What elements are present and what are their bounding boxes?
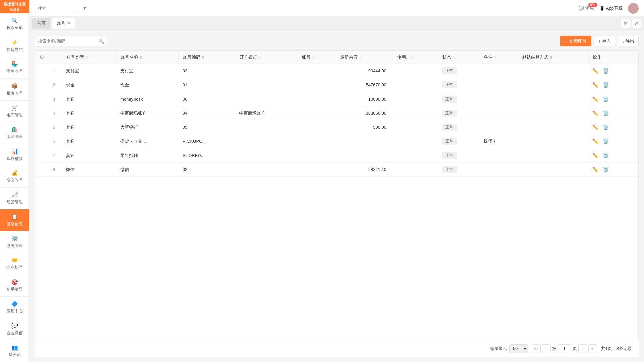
sidebar-item-retail[interactable]: 🏪 零售管理 xyxy=(0,57,29,79)
cell-account-no xyxy=(298,120,336,134)
page-nav: ⏮ ‹ 第 页 › ⏭ xyxy=(532,344,597,353)
avatar[interactable] xyxy=(628,3,639,14)
sort-icon: ⇅ xyxy=(452,56,455,59)
cell-name: 微信 xyxy=(116,163,179,177)
cell-code: 02 xyxy=(179,163,235,177)
search-icon[interactable]: 🔍 xyxy=(98,38,104,44)
sidebar-item-app-center[interactable]: 🔷 应用中心 xyxy=(0,297,29,318)
cell-settings xyxy=(35,78,49,92)
sort-icon: ⇅ xyxy=(411,56,414,59)
cell-status: 正常 xyxy=(438,163,480,177)
sidebar-item-wholesale[interactable]: 📦 批发管理 xyxy=(0,79,29,101)
cell-code: 05 xyxy=(179,120,235,134)
per-page-select[interactable]: 50 100 200 xyxy=(509,344,528,353)
sidebar-item-basic-info[interactable]: 📋 基础信息 xyxy=(0,209,29,231)
sort-icon: ⇅ xyxy=(550,56,552,59)
edit-icon[interactable]: ✏️ xyxy=(592,82,599,88)
sidebar-item-wechat[interactable]: 💬 企业微信 xyxy=(0,318,29,340)
edit-icon[interactable]: ✏️ xyxy=(592,124,599,130)
page-input[interactable] xyxy=(558,344,571,353)
col-remark[interactable]: 备注⇅ xyxy=(480,51,518,64)
sidebar-item-label: 采购管理 xyxy=(3,134,26,140)
tab-close-icon[interactable]: ✕ xyxy=(67,21,70,25)
edit-icon[interactable]: ✏️ xyxy=(592,153,599,158)
sidebar-item-purchase[interactable]: 🛍️ 采购管理 xyxy=(0,122,29,144)
cell-remark xyxy=(480,106,518,120)
edit-icon[interactable]: ✏️ xyxy=(592,68,599,74)
sidebar-item-member[interactable]: 👥 畅会员 xyxy=(0,340,29,362)
tabbar-actions: ✕ ⤢ xyxy=(621,19,641,28)
tabbar: 首页 账号 ✕ ✕ ⤢ xyxy=(30,17,644,30)
col-balance[interactable]: 最新余额⇅ xyxy=(336,51,393,64)
edit-icon[interactable]: ✏️ xyxy=(592,167,599,172)
import-button[interactable]: ↑ 导入 xyxy=(594,36,615,46)
cell-account-no xyxy=(298,64,336,78)
cell-bank xyxy=(235,163,298,177)
cell-bank: 中百商场账户 xyxy=(235,106,298,120)
sidebar-item-finance[interactable]: 💰 资金管理 xyxy=(0,166,29,188)
settings-icon[interactable]: ⚙ xyxy=(39,54,44,60)
tab-home[interactable]: 首页 xyxy=(32,18,50,29)
sidebar-item-label: 应用中心 xyxy=(3,308,26,314)
delete-icon[interactable]: 🗑️ xyxy=(603,138,609,144)
sidebar-item-guide[interactable]: 🎯 新手引导 xyxy=(0,275,29,297)
sidebar-item-label: 企业协同 xyxy=(3,265,26,270)
col-account-no[interactable]: 账号⇅ xyxy=(298,51,336,64)
edit-icon[interactable]: ✏️ xyxy=(592,138,599,144)
member-icon: 👥 xyxy=(3,344,26,351)
sidebar-item-search-menu[interactable]: 🔍 搜索菜单 xyxy=(0,13,29,35)
delete-icon[interactable]: 🗑️ xyxy=(603,68,609,74)
delete-icon[interactable]: 🗑️ xyxy=(603,96,609,102)
topbar-right: 💬 消息 99+ 📱 App下载 xyxy=(579,3,639,14)
pagination: 每页显示 50 100 200 ⏮ ‹ 第 页 › ⏭ 共1页，8条记录 xyxy=(35,340,639,357)
cell-settings xyxy=(35,92,49,106)
export-button[interactable]: ↓ 导出 xyxy=(618,36,639,46)
cell-remark xyxy=(480,78,518,92)
tab-account[interactable]: 账号 ✕ xyxy=(52,18,75,29)
edit-icon[interactable]: ✏️ xyxy=(592,110,599,116)
page-prev-button[interactable]: ‹ xyxy=(542,344,551,353)
app-download-button[interactable]: 📱 App下载 xyxy=(599,5,623,11)
message-button[interactable]: 💬 消息 99+ xyxy=(579,5,594,11)
topbar-dropdown[interactable]: ▼ xyxy=(83,6,87,11)
col-default-settle[interactable]: 默认结算方式⇅ xyxy=(518,51,588,64)
col-code[interactable]: 账号编码⇅ xyxy=(179,51,235,64)
delete-icon[interactable]: 🗑️ xyxy=(603,82,609,88)
sidebar-item-label: 批发管理 xyxy=(3,90,26,96)
delete-icon[interactable]: 🗑️ xyxy=(603,167,609,172)
delete-icon[interactable]: 🗑️ xyxy=(603,153,609,158)
sidebar-item-ecommerce[interactable]: 🛒 电商管理 xyxy=(0,101,29,122)
page-first-button[interactable]: ⏮ xyxy=(532,344,541,353)
edit-icon[interactable]: ✏️ xyxy=(592,96,599,102)
delete-icon[interactable]: 🗑️ xyxy=(603,110,609,116)
logo-sub: 乐滋版 xyxy=(10,7,20,12)
sidebar-item-operation[interactable]: 📈 经营管理 xyxy=(0,188,29,209)
col-type[interactable]: 账号类型⇅ xyxy=(62,51,116,64)
main-area: ▼ 💬 消息 99+ 📱 App下载 首页 账号 ✕ ✕ ⤢ xyxy=(30,0,644,362)
col-bank[interactable]: 开户银行⇅ xyxy=(235,51,298,64)
page-next-button[interactable]: › xyxy=(578,344,587,353)
cell-name: 零售抵现 xyxy=(116,148,179,163)
delete-icon[interactable]: 🗑️ xyxy=(603,124,609,130)
tab-maximize-button[interactable]: ⤢ xyxy=(632,19,641,28)
sidebar-item-enterprise[interactable]: 🤝 企业协同 xyxy=(0,253,29,275)
import-label: 导入 xyxy=(602,38,611,44)
tab-close-all-button[interactable]: ✕ xyxy=(621,19,630,28)
col-name[interactable]: 账号名称⇅ xyxy=(116,51,179,64)
search-input[interactable] xyxy=(38,39,98,44)
page-size-select: 每页显示 50 100 200 xyxy=(490,344,528,353)
col-usage[interactable]: 使用...⇅ xyxy=(393,51,438,64)
add-account-button[interactable]: + 新增账号 xyxy=(560,36,591,46)
add-icon: + xyxy=(565,39,568,44)
page-last-button[interactable]: ⏭ xyxy=(588,344,597,353)
sidebar-item-quick-nav[interactable]: ⚡ 快捷导航 xyxy=(0,35,29,57)
sidebar-item-system[interactable]: ⚙️ 系统管理 xyxy=(0,231,29,253)
sort-icon: ⇅ xyxy=(359,56,362,59)
topbar: ▼ 💬 消息 99+ 📱 App下载 xyxy=(30,0,644,17)
sidebar-item-inventory[interactable]: 📊 库存核算 xyxy=(0,144,29,166)
col-status[interactable]: 状态⇅ xyxy=(438,51,480,64)
topbar-search-input[interactable] xyxy=(35,4,78,13)
table-container: ⚙ 账号类型⇅ 账号名称⇅ 账号编码⇅ 开户银行⇅ 账号⇅ 最新余额⇅ 使用..… xyxy=(35,50,639,340)
cell-bank xyxy=(235,64,298,78)
accounts-table: ⚙ 账号类型⇅ 账号名称⇅ 账号编码⇅ 开户银行⇅ 账号⇅ 最新余额⇅ 使用..… xyxy=(35,51,638,177)
